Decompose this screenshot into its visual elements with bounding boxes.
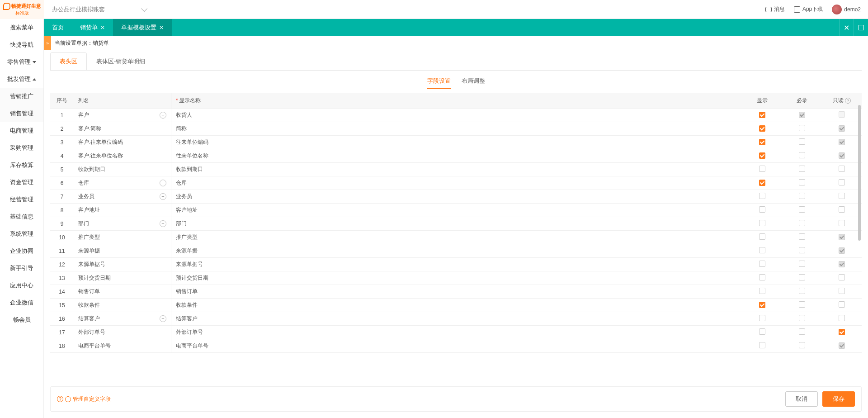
cell-display-name[interactable]: 业务员 xyxy=(171,190,743,204)
sidebar-item[interactable]: 批发管理 xyxy=(0,71,43,88)
sidebar-item[interactable]: 应用中心 xyxy=(0,277,43,294)
checkbox[interactable] xyxy=(759,247,765,253)
checkbox[interactable] xyxy=(799,247,805,253)
cell-expand[interactable]: + xyxy=(155,190,171,204)
cell-display-name[interactable]: 电商平台单号 xyxy=(171,339,743,353)
checkbox[interactable] xyxy=(759,180,765,186)
sidebar-item[interactable]: 库存核算 xyxy=(0,157,43,174)
checkbox[interactable] xyxy=(799,261,805,267)
sidebar-item[interactable]: 资金管理 xyxy=(0,174,43,191)
cell-display-name[interactable]: 推广类型 xyxy=(171,231,743,244)
manage-custom-fields-link[interactable]: ? 管理自定义字段 xyxy=(57,395,111,403)
cell-display-name[interactable]: 部门 xyxy=(171,217,743,231)
cell-display-name[interactable]: 结算客户 xyxy=(171,312,743,326)
checkbox[interactable] xyxy=(839,179,845,185)
cell-display-name[interactable]: 预计交货日期 xyxy=(171,271,743,285)
checkbox[interactable] xyxy=(799,342,805,348)
tab[interactable]: 销货单✕ xyxy=(72,19,113,36)
cell-expand[interactable]: + xyxy=(155,176,171,190)
cancel-button[interactable]: 取消 xyxy=(785,391,818,407)
tab[interactable]: 单据模板设置✕ xyxy=(113,19,172,36)
account-selector[interactable]: 办公品行业模拟账套 xyxy=(52,5,146,14)
cell-display-name[interactable]: 外部订单号 xyxy=(171,326,743,339)
checkbox[interactable] xyxy=(839,166,845,172)
checkbox[interactable] xyxy=(759,261,765,267)
sidebar-item[interactable]: 新手引导 xyxy=(0,260,43,277)
section-tab[interactable]: 表头区 xyxy=(50,52,87,71)
checkbox[interactable] xyxy=(759,315,765,321)
checkbox[interactable] xyxy=(759,125,765,132)
checkbox[interactable] xyxy=(839,288,845,294)
help-icon[interactable]: ? xyxy=(845,98,851,104)
checkbox[interactable] xyxy=(799,288,805,294)
tab-close-icon[interactable]: ✕ xyxy=(100,24,105,31)
checkbox[interactable] xyxy=(799,274,805,280)
checkbox[interactable] xyxy=(759,220,765,226)
sidebar-item[interactable]: 采购管理 xyxy=(0,139,43,157)
checkbox[interactable] xyxy=(799,315,805,321)
cell-display-name[interactable]: 销售订单 xyxy=(171,285,743,299)
fullscreen-button[interactable] xyxy=(854,19,868,36)
sidebar-item[interactable]: 零售管理 xyxy=(0,53,43,71)
cell-display-name[interactable]: 来源单据 xyxy=(171,244,743,258)
checkbox[interactable] xyxy=(799,166,805,172)
cell-display-name[interactable]: 收货人 xyxy=(171,109,743,122)
checkbox[interactable] xyxy=(799,220,805,226)
sidebar-item[interactable]: 电商管理 xyxy=(0,122,43,139)
checkbox[interactable] xyxy=(799,125,805,131)
cell-display-name[interactable]: 往来单位名称 xyxy=(171,149,743,163)
sidebar-item[interactable]: 快捷导航 xyxy=(0,36,43,53)
sub-tab[interactable]: 字段设置 xyxy=(427,77,451,89)
checkbox[interactable] xyxy=(759,206,765,213)
sidebar-subitem[interactable]: 销售管理 xyxy=(0,105,43,122)
checkbox[interactable] xyxy=(839,315,845,321)
checkbox[interactable] xyxy=(839,193,845,199)
user-menu[interactable]: demo2 xyxy=(832,5,861,14)
cell-display-name[interactable]: 收款条件 xyxy=(171,299,743,312)
collapse-handle[interactable]: » xyxy=(44,36,51,50)
checkbox[interactable] xyxy=(759,139,765,145)
checkbox[interactable] xyxy=(839,220,845,226)
sidebar-item[interactable]: 企业微信 xyxy=(0,294,43,311)
checkbox[interactable] xyxy=(799,301,805,308)
checkbox[interactable] xyxy=(839,274,845,280)
checkbox[interactable] xyxy=(759,166,765,172)
sidebar-item[interactable]: 经营管理 xyxy=(0,191,43,208)
checkbox[interactable] xyxy=(839,206,845,213)
cell-display-name[interactable]: 仓库 xyxy=(171,176,743,190)
cell-display-name[interactable]: 来源单据号 xyxy=(171,258,743,271)
checkbox[interactable] xyxy=(759,342,765,348)
messages-button[interactable]: 消息 xyxy=(765,5,785,13)
checkbox[interactable] xyxy=(839,301,845,308)
checkbox[interactable] xyxy=(759,288,765,294)
checkbox[interactable] xyxy=(759,302,765,308)
tab[interactable]: 首页 xyxy=(44,19,72,36)
cell-expand[interactable]: + xyxy=(155,217,171,231)
section-tab[interactable]: 表体区-销货单明细 xyxy=(87,52,155,71)
checkbox[interactable] xyxy=(759,112,765,118)
cell-expand[interactable]: + xyxy=(155,312,171,326)
checkbox[interactable] xyxy=(759,328,765,335)
checkbox[interactable] xyxy=(759,193,765,199)
sidebar-item[interactable]: 企业协同 xyxy=(0,242,43,260)
sub-tab[interactable]: 布局调整 xyxy=(462,77,485,89)
checkbox[interactable] xyxy=(759,152,765,159)
checkbox[interactable] xyxy=(799,328,805,335)
checkbox[interactable] xyxy=(759,233,765,240)
cell-expand[interactable]: + xyxy=(155,109,171,122)
checkbox[interactable] xyxy=(799,138,805,145)
checkbox[interactable] xyxy=(799,152,805,158)
cell-display-name[interactable]: 客户地址 xyxy=(171,204,743,217)
save-button[interactable]: 保存 xyxy=(822,391,855,407)
checkbox[interactable] xyxy=(799,233,805,240)
cell-display-name[interactable]: 收款到期日 xyxy=(171,163,743,176)
checkbox[interactable] xyxy=(799,193,805,199)
sidebar-item[interactable]: 畅会员 xyxy=(0,311,43,328)
cell-display-name[interactable]: 往来单位编码 xyxy=(171,136,743,149)
scrollbar-thumb[interactable] xyxy=(858,105,861,241)
close-all-tabs-button[interactable]: ✕ xyxy=(839,19,854,36)
sidebar-item[interactable]: 系统管理 xyxy=(0,225,43,242)
checkbox[interactable] xyxy=(799,179,805,185)
app-download-button[interactable]: App下载 xyxy=(794,5,823,13)
sidebar-subitem[interactable]: 营销推广 xyxy=(0,88,43,105)
